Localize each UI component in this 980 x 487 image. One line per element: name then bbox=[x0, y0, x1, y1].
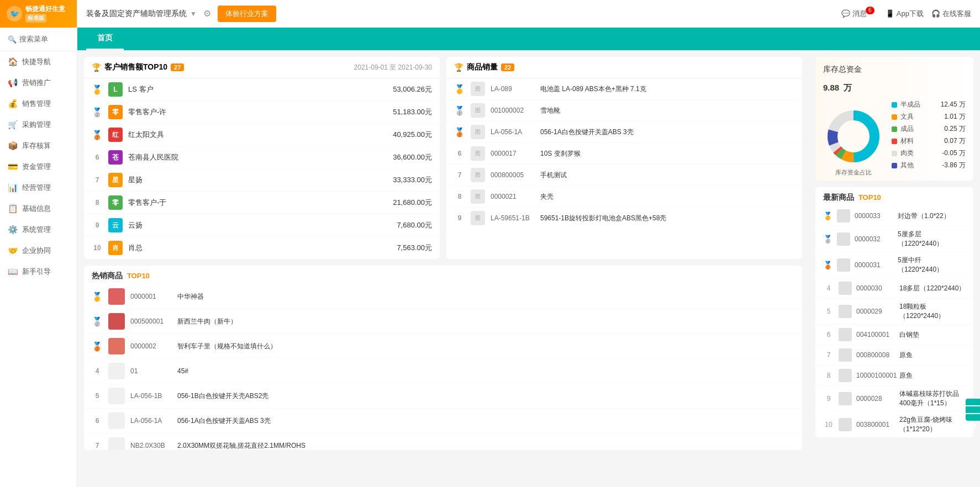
online-service-item[interactable]: 🎧 在线客服 bbox=[931, 9, 971, 19]
sidebar-item-purchase[interactable]: 🛒 采购管理 bbox=[0, 114, 77, 135]
donut-section: 库存资金占比 半成品 12.45 万 文具 1.01 万 bbox=[823, 100, 966, 173]
sidebar-item-sales[interactable]: 💰 销售管理 bbox=[0, 93, 77, 114]
app-download-label: App下载 bbox=[897, 9, 924, 19]
float-service-panel: 客服热线 服务社区 直播 bbox=[966, 399, 980, 421]
sidebar-item-inventory[interactable]: 📦 库存核算 bbox=[0, 135, 77, 156]
product-image: 图 bbox=[471, 146, 485, 161]
search-menu-button[interactable]: 🔍 搜索菜单 bbox=[6, 32, 71, 46]
rank-number: 7 bbox=[454, 171, 465, 179]
customer-ranking-date: 2021-09-01 至 2021-09-30 bbox=[354, 63, 432, 72]
inventory-value: 9.88 bbox=[823, 83, 839, 92]
sales-icon: 💰 bbox=[8, 99, 18, 109]
product-name: 电池盖 LA-089 ABS本色+黑种 7.1克 bbox=[540, 84, 794, 94]
sidebar-item-enterprise[interactable]: 🤝 企业协同 bbox=[0, 240, 77, 261]
online-service-label: 在线客服 bbox=[942, 9, 971, 19]
sidebar-item-marketing[interactable]: 📢 营销推广 bbox=[0, 72, 77, 93]
customer-service-button[interactable]: 客服热线 bbox=[966, 399, 980, 405]
sidebar-item-label: 销售管理 bbox=[22, 99, 51, 109]
trial-plan-button[interactable]: 体验行业方案 bbox=[218, 6, 276, 22]
finance-icon: 💳 bbox=[8, 162, 18, 172]
sidebar-logo: 🐦 畅捷通好生意 标准版 bbox=[0, 0, 77, 28]
enterprise-icon: 🤝 bbox=[8, 246, 18, 256]
product-code: 10000100001 bbox=[856, 372, 895, 379]
list-item: 6 LA-056-1A 056-1A白色按键开关盖ABS 3壳 bbox=[84, 409, 802, 433]
product-name: 22g鱼豆腐-烧烤味（1*12*20） bbox=[899, 415, 966, 434]
product-image bbox=[108, 363, 125, 379]
message-badge: 6 bbox=[866, 7, 874, 14]
product-code: 0000017 bbox=[491, 150, 535, 157]
sidebar-item-system[interactable]: ⚙️ 系统管理 bbox=[0, 219, 77, 240]
product-image bbox=[108, 388, 125, 404]
list-item: 4 01 45# bbox=[84, 359, 802, 384]
list-item: 5 0000029 18颗粒板（1220*2440） bbox=[815, 299, 973, 325]
product-code: 01 bbox=[130, 367, 172, 375]
table-row: 🥉 红 红太阳文具 40,925.00元 bbox=[84, 124, 440, 146]
sidebar-item-operations[interactable]: 📊 经营管理 bbox=[0, 177, 77, 198]
table-row: 🥉 图 LA-056-1A 056-1A白色按键开关盖ABS 3壳 bbox=[446, 121, 802, 143]
logo-icon: 🐦 bbox=[7, 6, 22, 22]
product-code: 0000031 bbox=[855, 261, 893, 269]
product-name: 中华神器 bbox=[177, 292, 794, 301]
table-row: 8 零 零售客户-于 21,680.00元 bbox=[84, 192, 440, 214]
customer-ranking-panel: 🏆 客户销售额TOP10 27 2021-09-01 至 2021-09-30 … bbox=[84, 57, 440, 259]
content-right: 库存总资金 9.88 万 bbox=[809, 50, 980, 487]
legend-category-value: 0.25 万 bbox=[944, 124, 966, 134]
table-row: 6 苍 苍南县人民医院 36,600.00元 bbox=[84, 146, 440, 169]
table-row: 6 图 0000017 10S 变刹罗猴 bbox=[446, 143, 802, 165]
rank-number: 6 bbox=[92, 153, 103, 161]
product-image bbox=[837, 209, 850, 223]
sidebar-item-label: 系统管理 bbox=[22, 225, 51, 235]
product-code: 0000001 bbox=[130, 293, 172, 300]
system-icon: ⚙️ bbox=[8, 225, 18, 235]
rank-medal-icon: 🥉 bbox=[454, 127, 465, 137]
legend-item: 文具 1.01 万 bbox=[892, 112, 966, 121]
message-item[interactable]: 💬 消息 6 bbox=[841, 9, 878, 19]
sidebar-item-navigation[interactable]: 🏠 快捷导航 bbox=[0, 51, 77, 72]
dropdown-icon[interactable]: ▼ bbox=[190, 10, 197, 18]
product-code: 000800008 bbox=[856, 351, 895, 359]
product-code: LA-089 bbox=[491, 85, 535, 93]
operations-icon: 📊 bbox=[8, 183, 18, 193]
customer-name: 零售客户-许 bbox=[128, 107, 387, 117]
rank-number: 8 bbox=[823, 372, 834, 379]
hot-products-panel: 热销商品 TOP10 🥇 0000001 中华神器 🥈 000500001 新西… bbox=[84, 266, 802, 450]
service-community-button[interactable]: 服务社区 bbox=[966, 406, 980, 413]
legend-color-dot bbox=[892, 151, 897, 156]
rank-number: 10 bbox=[823, 421, 834, 428]
product-name: 056-1A白色按键开关盖ABS 3壳 bbox=[177, 416, 794, 426]
list-item: 8 10000100001 原鱼 bbox=[815, 366, 973, 386]
rank-number: 9 bbox=[454, 214, 465, 222]
settings-gear-icon[interactable]: ⚙ bbox=[203, 8, 211, 19]
inventory-title: 库存总资金 bbox=[823, 65, 966, 75]
sidebar-item-label: 经营管理 bbox=[22, 183, 51, 193]
product-image: 图 bbox=[471, 103, 485, 118]
customer-amount: 53,006.26元 bbox=[393, 84, 432, 94]
product-name: 5厘多层（1220*2440） bbox=[898, 230, 966, 248]
product-image bbox=[108, 437, 125, 450]
list-item: 🥉 0000031 5厘中纤（1220*2440） bbox=[815, 252, 973, 278]
product-image bbox=[108, 412, 125, 429]
rank-medal-icon: 🥇 bbox=[823, 211, 833, 220]
system-name-label: 装备及固定资产辅助管理系统 bbox=[86, 9, 187, 19]
app-download-item[interactable]: 📱 App下载 bbox=[886, 9, 924, 19]
product-code: 0000028 bbox=[856, 395, 895, 403]
main-area: 装备及固定资产辅助管理系统 ▼ ⚙ 体验行业方案 💬 消息 6 📱 App下载 … bbox=[77, 0, 980, 487]
customer-name: 红太阳文具 bbox=[128, 130, 387, 140]
sidebar-item-guide[interactable]: 📖 新手引导 bbox=[0, 261, 77, 282]
tab-home[interactable]: 首页 bbox=[86, 28, 124, 50]
sidebar-item-basics[interactable]: 📋 基础信息 bbox=[0, 198, 77, 219]
product-name: 手机测试 bbox=[540, 171, 794, 180]
avatar: 零 bbox=[108, 105, 123, 119]
live-broadcast-button[interactable]: 直播 bbox=[966, 414, 980, 421]
customer-amount: 36,600.00元 bbox=[393, 152, 432, 162]
inventory-amount: 9.88 万 bbox=[823, 77, 966, 94]
rank-number: 5 bbox=[823, 308, 834, 315]
rank-number: 9 bbox=[823, 395, 834, 403]
sidebar-item-finance[interactable]: 💳 资金管理 bbox=[0, 156, 77, 177]
list-item: 9 0000028 体碱嘉枝味苏打饮品400毫升（1*15） bbox=[815, 386, 973, 412]
hot-products-title: 热销商品 TOP10 bbox=[84, 266, 802, 284]
customer-amount: 40,925.00元 bbox=[393, 130, 432, 140]
message-label: 消息 bbox=[852, 9, 867, 19]
product-code: 003800001 bbox=[856, 421, 895, 428]
product-code: 000800005 bbox=[491, 171, 535, 179]
